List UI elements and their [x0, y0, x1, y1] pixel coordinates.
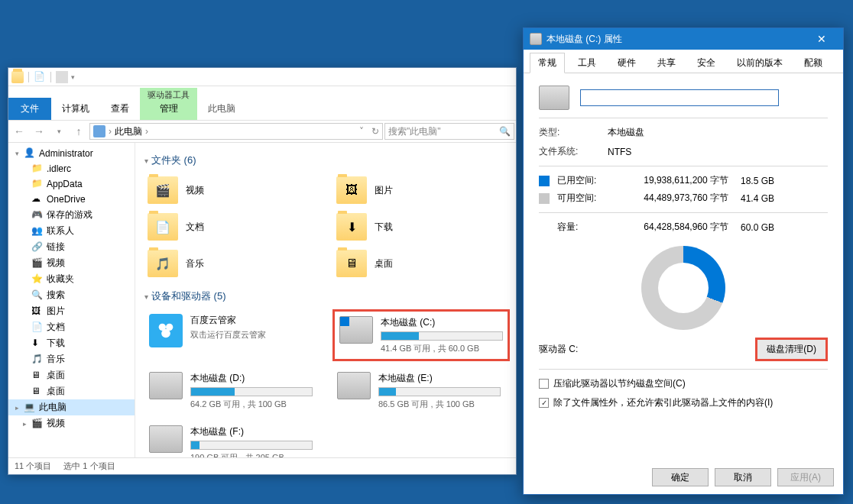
compress-label: 压缩此驱动器以节约磁盘空间(C) — [553, 377, 686, 390]
nav-tree[interactable]: ▾👤Administrator📁.idlerc📁AppData☁OneDrive… — [8, 143, 135, 457]
tree-item[interactable]: ☁OneDrive — [8, 192, 135, 207]
drive-icon — [530, 33, 542, 45]
props-tab[interactable]: 常规 — [530, 53, 565, 73]
tree-item[interactable]: 📁.idlerc — [8, 161, 135, 176]
props-tab[interactable]: 工具 — [569, 53, 605, 73]
tab-file[interactable]: 文件 — [8, 98, 51, 120]
ribbon-contextual-drive-tools[interactable]: 驱动器工具 管理 — [140, 88, 197, 120]
folder-item[interactable]: 🎬视频 — [144, 173, 318, 207]
qat-dropdown-icon[interactable]: ▾ — [71, 73, 75, 81]
drive-free-text: 190 GB 可用 , 共 205 GB — [190, 452, 313, 457]
disk-cleanup-button[interactable]: 磁盘清理(D) — [755, 338, 828, 361]
drive-item[interactable]: 本地磁盘 (F:)190 GB 可用 , 共 205 GB — [144, 421, 317, 457]
chevron-right-icon[interactable]: › — [145, 126, 148, 137]
breadcrumb-this-pc[interactable]: 此电脑 — [115, 125, 142, 138]
tree-item[interactable]: 🖥桌面 — [8, 367, 135, 383]
download-folder-icon: ⬇ — [336, 213, 367, 241]
tree-item[interactable]: 🎵音乐 — [8, 351, 135, 367]
folder-name: 音乐 — [186, 257, 204, 270]
star-icon: ⭐ — [31, 273, 44, 286]
group-folders-header[interactable]: ▾ 文件夹 (6) — [144, 153, 507, 167]
folder-name: 视频 — [186, 184, 204, 197]
expand-icon[interactable]: ▾ — [13, 150, 21, 157]
contacts-icon: 👥 — [31, 225, 44, 237]
props-tab[interactable]: 安全 — [689, 53, 724, 73]
qat-item[interactable] — [56, 71, 68, 83]
doc-icon: 📄 — [31, 321, 44, 334]
tree-item[interactable]: 🖥桌面 — [8, 383, 135, 399]
group-drives-header[interactable]: ▾ 设备和驱动器 (5) — [144, 289, 507, 303]
props-tab[interactable]: 配额 — [796, 53, 831, 73]
folder-item[interactable]: ⬇下载 — [333, 210, 507, 244]
tree-item[interactable]: 📄文档 — [8, 319, 135, 335]
used-label: 已用空间: — [557, 174, 614, 187]
tab-manage[interactable]: 管理 — [148, 101, 190, 115]
close-button[interactable]: ✕ — [806, 33, 837, 45]
hard-disk-icon — [339, 316, 373, 344]
tab-computer[interactable]: 计算机 — [51, 98, 100, 120]
tree-item[interactable]: 👥联系人 — [8, 223, 135, 239]
search-input[interactable]: 搜索"此电脑" 🔍 — [384, 123, 514, 140]
expand-icon[interactable]: ▸ — [21, 420, 28, 428]
compress-checkbox[interactable] — [539, 379, 549, 389]
recent-dropdown[interactable]: ▾ — [50, 122, 68, 141]
props-tab[interactable]: 以前的版本 — [728, 53, 791, 73]
tree-item[interactable]: ▸💻此电脑 — [8, 399, 135, 415]
cloud-icon: ☁ — [31, 193, 44, 205]
props-tab[interactable]: 共享 — [649, 53, 684, 73]
ok-button[interactable]: 确定 — [652, 468, 709, 486]
drive-item[interactable]: 本地磁盘 (E:)86.5 GB 可用 , 共 100 GB — [332, 367, 510, 415]
up-button[interactable]: ↑ — [70, 122, 88, 141]
folder-item[interactable]: 📄文档 — [144, 210, 318, 244]
expand-icon[interactable]: ▸ — [13, 404, 21, 412]
tree-item[interactable]: 🔗链接 — [8, 239, 135, 255]
tree-item-label: 文档 — [47, 321, 65, 334]
drive-item[interactable]: 本地磁盘 (D:)64.2 GB 可用 , 共 100 GB — [144, 367, 317, 415]
drive-item[interactable]: 本地磁盘 (C:)41.4 GB 可用 , 共 60.0 GB — [332, 309, 510, 361]
drive-free-text: 64.2 GB 可用 , 共 100 GB — [190, 399, 313, 410]
index-checkbox[interactable]: ✓ — [539, 398, 549, 408]
props-tab[interactable]: 硬件 — [609, 53, 644, 73]
breadcrumb[interactable]: › 此电脑 › ˅ ↻ — [89, 123, 383, 140]
tree-item[interactable]: ▾👤Administrator — [8, 146, 135, 161]
tree-item[interactable]: 🖼图片 — [8, 303, 135, 319]
folder-item[interactable]: 🖥桌面 — [333, 247, 507, 280]
apply-button[interactable]: 应用(A) — [777, 468, 834, 486]
tree-item[interactable]: ⬇下载 — [8, 335, 135, 351]
folder-item[interactable]: 🖼图片 — [333, 173, 507, 207]
pc-icon — [93, 125, 105, 137]
folder-item[interactable]: 🎵音乐 — [144, 247, 318, 280]
back-button[interactable]: ← — [10, 122, 28, 141]
forward-button[interactable]: → — [30, 122, 48, 141]
drive-free-text: 41.4 GB 可用 , 共 60.0 GB — [381, 343, 503, 354]
qat-properties-icon[interactable]: 📄 — [34, 71, 46, 83]
chevron-down-icon[interactable]: ˅ — [359, 126, 364, 137]
link-icon: 🔗 — [31, 241, 44, 254]
doc-folder-icon: 📄 — [148, 213, 178, 241]
explorer-window: 📄 ▾ 文件 计算机 查看 驱动器工具 管理 此电脑 ← → ▾ ↑ › 此电脑… — [8, 67, 517, 475]
free-size: 41.4 GB — [728, 193, 774, 204]
tree-item-label: 图片 — [47, 305, 65, 318]
tree-item[interactable]: 📁AppData — [8, 176, 135, 192]
capacity-label: 容量: — [557, 221, 614, 234]
tree-item[interactable]: 🎬视频 — [8, 255, 135, 271]
tree-item-label: 桌面 — [47, 369, 65, 382]
tree-item[interactable]: ▸🎬视频 — [8, 415, 135, 431]
dialog-titlebar[interactable]: 本地磁盘 (C:) 属性 ✕ — [524, 28, 843, 50]
search-icon[interactable]: 🔍 — [499, 126, 511, 137]
baidu-cloud-item[interactable]: 百度云管家双击运行百度云管家 — [144, 309, 317, 361]
desktop-icon: 🖥 — [31, 386, 44, 398]
tree-item[interactable]: 🔍搜索 — [8, 287, 135, 303]
tree-item[interactable]: ⭐收藏夹 — [8, 271, 135, 287]
tree-item-label: 视频 — [47, 417, 65, 430]
cancel-button[interactable]: 取消 — [715, 468, 771, 486]
volume-label-input[interactable] — [580, 89, 779, 106]
properties-dialog: 本地磁盘 (C:) 属性 ✕ 常规工具硬件共享安全以前的版本配额 类型: 本地磁… — [523, 27, 844, 495]
tab-view[interactable]: 查看 — [100, 98, 140, 120]
status-selected: 选中 1 个项目 — [63, 460, 115, 472]
free-label: 可用空间: — [557, 192, 614, 205]
refresh-icon[interactable]: ↻ — [371, 126, 379, 137]
drive-large-icon — [539, 86, 569, 110]
tree-item-label: 下载 — [47, 337, 65, 350]
tree-item[interactable]: 🎮保存的游戏 — [8, 207, 135, 223]
